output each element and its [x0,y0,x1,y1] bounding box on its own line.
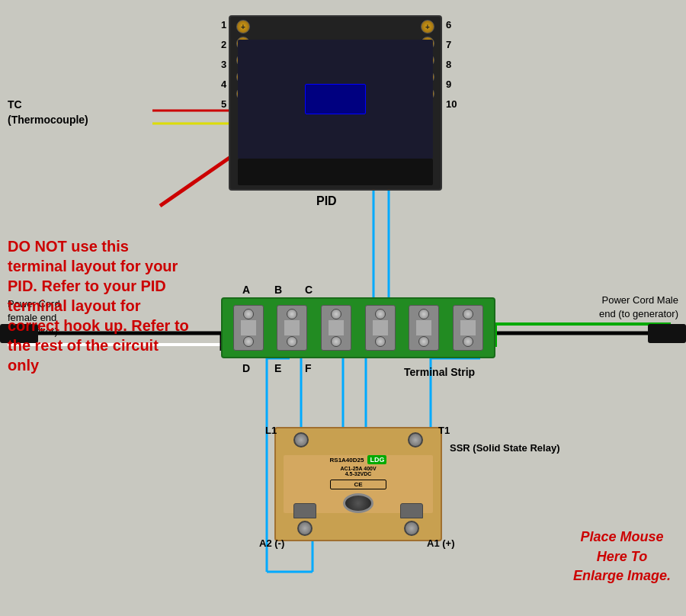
ssr-unit: RS1A40D25 LDG AC1-25A 400V4.5-32VDC CE [274,427,442,541]
pid-num-10: 10 [446,98,457,110]
ssr-screw-a2 [297,521,313,536]
pid-num-2: 2 [221,39,226,50]
pid-label: PID [316,194,337,208]
ts-label-c: C [305,284,313,296]
pid-num-3: 3 [221,59,226,70]
ssr-label-t1: T1 [438,425,450,436]
ts-label-e: E [274,362,281,374]
pid-display [305,84,366,114]
ts-screw-d-top [375,309,386,319]
pid-num-7: 7 [446,39,451,50]
pid-body [238,40,433,159]
ts-screw-a-bot [243,336,254,347]
ssr-top-terminals [276,428,441,451]
ssr-bottom-terminals [276,499,441,540]
ts-screw-d-bot [375,336,386,347]
ts-terminal-c [321,305,351,351]
pid-num-8: 8 [446,59,451,70]
ts-screw-f-top [463,309,473,319]
ts-terminal-a [233,305,264,351]
ts-label-a: A [242,284,250,296]
ts-label-d: D [242,362,250,374]
mouse-hint: Place MouseHere ToEnlarge Image. [573,528,671,586]
ts-terminal-d [365,305,396,351]
pid-num-6: 6 [446,19,451,30]
ts-screw-a-top [243,309,254,319]
ssr-label: SSR (Solid State Relay) [450,442,559,454]
ts-screw-b-bot [287,336,297,347]
pid-num-5: 5 [221,98,226,110]
ssr-label-l1: L1 [265,425,277,436]
diagram: 1 2 3 4 5 6 7 8 9 10 PID TC(Thermocouple… [0,0,686,616]
warning-text: DO NOT use this terminal layout for your… [8,236,191,375]
ssr-label-a1: A1 (+) [427,537,454,549]
terminal-strip [221,297,495,358]
pid-unit [229,15,442,191]
ts-screw-f-bot [463,336,473,347]
pid-terminal-6 [421,20,434,34]
ssr-screw-a1 [404,521,419,536]
ts-screw-c-top [331,309,341,319]
ssr-screw-l1 [293,432,309,448]
power-right-label: Power Cord Maleend (to generator) [599,294,678,321]
ts-label-b: B [274,284,282,296]
pid-num-1: 1 [221,19,226,30]
ts-screw-c-bot [331,336,341,347]
pid-num-4: 4 [221,79,226,90]
tc-label: TC(Thermocouple) [8,98,88,127]
ts-label-f: F [305,362,312,374]
ts-terminal-b [277,305,307,351]
ts-terminal-f [453,305,483,351]
ts-screw-e-bot [418,336,429,347]
ts-terminal-e [409,305,439,351]
ssr-label-a2: A2 (-) [259,537,284,549]
ssr-brand: RS1A40D25 LDG AC1-25A 400V4.5-32VDC CE [330,455,387,489]
ssr-screw-t1 [408,432,423,448]
pid-terminal-1 [236,20,250,34]
terminal-strip-label: Terminal Strip [404,366,475,378]
ts-screw-b-top [287,309,297,319]
power-cord-right [648,324,686,343]
pid-num-9: 9 [446,79,451,90]
ts-screw-e-top [418,309,429,319]
